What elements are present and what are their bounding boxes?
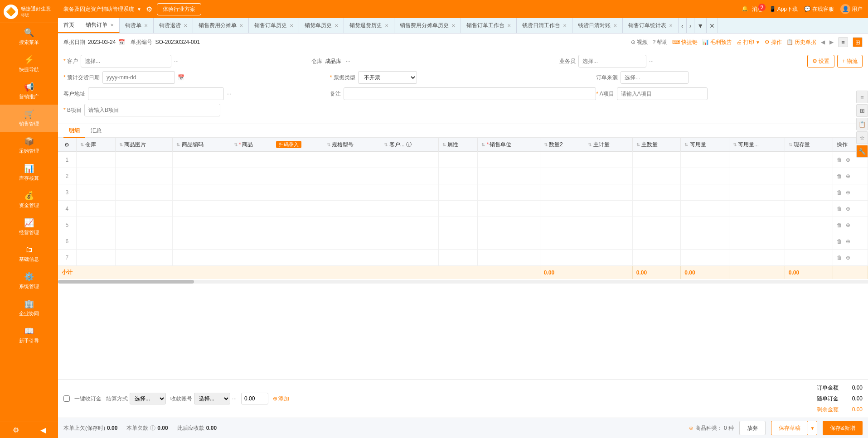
delivery-calendar-icon[interactable]: 📅	[178, 74, 184, 81]
add-receipt-btn[interactable]: ⊕ 添加	[273, 395, 289, 403]
customer-more-btn[interactable]: ···	[174, 58, 179, 64]
th-unit[interactable]: ⇅ *销售单位	[478, 138, 540, 152]
row-2-warehouse[interactable]	[76, 168, 116, 184]
action-print[interactable]: 🖨 打印 ▼	[737, 39, 760, 46]
th-image[interactable]: ⇅ 商品图片	[116, 138, 173, 152]
customer-addr-input[interactable]	[88, 87, 224, 100]
sidebar-settings-icon[interactable]: ⚙	[13, 426, 19, 434]
tab-close-order-history[interactable]: ✕	[290, 23, 293, 28]
row-1-copy-icon[interactable]: ⊕	[846, 157, 850, 163]
th-available[interactable]: ⇅ 可用量	[681, 138, 729, 152]
discard-button[interactable]: 放弃	[739, 421, 766, 435]
row-2-customer-code[interactable]	[380, 168, 439, 184]
save-draft-dropdown[interactable]: ▼	[808, 421, 817, 435]
row-6-copy-icon[interactable]: ⊕	[846, 238, 850, 245]
tab-close-all-btn[interactable]: ✕	[707, 18, 718, 33]
tab-close-cash-workbench[interactable]: ✕	[563, 23, 567, 28]
tab-close-sales-return[interactable]: ✕	[184, 23, 187, 28]
tab-close-order-workbench[interactable]: ✕	[507, 23, 511, 28]
sidebar-item-base[interactable]: 🗂 基础信息	[0, 241, 58, 267]
tab-sales-expense[interactable]: 销售费用分摊单 ✕	[193, 18, 249, 33]
receipt-account-select[interactable]: 选择...	[194, 393, 230, 404]
row-2-main-unit[interactable]	[584, 168, 632, 184]
action-history[interactable]: 📋 历史单据	[786, 39, 816, 46]
sidebar-item-enterprise[interactable]: 🏢 企业协同	[0, 294, 58, 322]
row-1-available2[interactable]	[729, 152, 785, 168]
row-1-main-qty[interactable]	[632, 152, 680, 168]
sidebar-item-sales[interactable]: 🛒 销售管理	[0, 105, 58, 132]
tab-close-return-history[interactable]: ✕	[385, 23, 388, 28]
th-product[interactable]: ⇅ *商品	[230, 138, 274, 152]
action-operate[interactable]: ⚙ 操作	[765, 39, 782, 46]
tab-goods-history[interactable]: 销货单历史 ✕	[299, 18, 344, 33]
app-download[interactable]: 📱 App下载	[769, 5, 798, 13]
tab-close-sales-order[interactable]: ✕	[110, 23, 114, 28]
row-3-delete-icon[interactable]: 🗑	[837, 189, 842, 196]
topbar-settings-icon[interactable]: ⚙	[146, 5, 152, 14]
row-1-warehouse[interactable]	[76, 152, 116, 168]
solution-button[interactable]: 体验行业方案	[157, 3, 201, 15]
row-1-qty2[interactable]	[540, 152, 584, 168]
row-4-copy-icon[interactable]: ⊕	[846, 206, 850, 212]
th-settings[interactable]: ⚙	[58, 138, 76, 152]
row-5-copy-icon[interactable]: ⊕	[846, 222, 850, 228]
salesperson-more-btn[interactable]: ···	[649, 58, 654, 64]
warehouse-more-btn[interactable]: ···	[346, 58, 350, 64]
add-item-btn[interactable]: + 物流	[837, 55, 863, 67]
invoice-type-select[interactable]: 不开票 普通发票 增值税专用发票	[358, 71, 417, 84]
row-2-qty2[interactable]	[540, 168, 584, 184]
right-btn-settings[interactable]: 🔧	[856, 145, 868, 158]
sidebar-item-newbie[interactable]: 📖 新手引导	[0, 322, 58, 349]
row-2-available[interactable]	[681, 168, 729, 184]
row-6-delete-icon[interactable]: 🗑	[837, 238, 842, 245]
action-view[interactable]: ⊙ 视频	[631, 39, 648, 46]
row-2-product[interactable]	[230, 168, 274, 184]
right-btn-grid[interactable]: ⊞	[856, 104, 868, 117]
row-4-delete-icon[interactable]: 🗑	[837, 206, 842, 212]
right-btn-list[interactable]: ≡	[856, 91, 868, 103]
tab-order-history[interactable]: 销售订单历史 ✕	[249, 18, 299, 33]
user-area[interactable]: 👤 用户	[840, 4, 863, 14]
row-1-scan[interactable]	[274, 152, 323, 168]
detail-tab-summary[interactable]: 汇总	[85, 124, 107, 138]
th-main-qty[interactable]: ⇅ 主数量	[632, 138, 680, 152]
row-2-stock[interactable]	[785, 168, 833, 184]
tab-close-order-stats[interactable]: ✕	[669, 23, 673, 28]
tab-sales-return[interactable]: 销货退货 ✕	[154, 18, 193, 33]
scan-btn[interactable]: 扫码录入	[276, 141, 301, 148]
th-qty2[interactable]: ⇅ 数量2	[540, 138, 584, 152]
row-2-image[interactable]	[116, 168, 173, 184]
row-1-code[interactable]	[173, 152, 230, 168]
tab-sales-goods[interactable]: 销货单 ✕	[120, 18, 154, 33]
th-attr[interactable]: ⇅ 属性	[438, 138, 478, 152]
th-scan[interactable]: 扫码录入	[274, 138, 323, 152]
row-2-code[interactable]	[173, 168, 230, 184]
th-stock[interactable]: ⇅ 现存量	[785, 138, 833, 152]
row-1-stock[interactable]	[785, 152, 833, 168]
row-1-delete-icon[interactable]: 🗑	[837, 157, 842, 163]
tab-close-cash-reconcile[interactable]: ✕	[613, 23, 617, 28]
settings-btn[interactable]: ⚙ 设置	[807, 55, 834, 67]
calendar-icon[interactable]: 📅	[118, 39, 125, 45]
action-help[interactable]: ? 帮助	[652, 39, 668, 46]
tab-expense-history[interactable]: 销售费用分摊单历史 ✕	[394, 18, 461, 33]
row-1-image[interactable]	[116, 152, 173, 168]
th-available2[interactable]: ⇅ 可用量...	[729, 138, 785, 152]
th-warehouse[interactable]: ⇅ 仓库	[76, 138, 116, 152]
row-2-spec[interactable]	[323, 168, 380, 184]
salesperson-input[interactable]	[578, 55, 646, 67]
right-btn-clip[interactable]: 📋	[856, 118, 868, 130]
scrollbar-thumb[interactable]	[58, 280, 194, 284]
tab-sales-order[interactable]: 销售订单 ✕	[80, 18, 120, 33]
sidebar-item-inventory[interactable]: 📊 库存核算	[0, 159, 58, 186]
nav-prev-btn[interactable]: ◀	[821, 39, 825, 45]
row-2-available2[interactable]	[729, 168, 785, 184]
th-main-unit[interactable]: ⇅ 主计量	[584, 138, 632, 152]
table-scrollbar[interactable]	[58, 280, 868, 284]
th-code[interactable]: ⇅ 商品编码	[173, 138, 230, 152]
one-click-checkbox[interactable]	[63, 395, 70, 402]
row-1-attr[interactable]	[438, 152, 478, 168]
row-1-customer-code[interactable]	[380, 152, 439, 168]
sidebar-item-marketing[interactable]: 📢 营销推广	[0, 77, 58, 105]
tab-menu-btn[interactable]: ▼	[694, 18, 707, 33]
